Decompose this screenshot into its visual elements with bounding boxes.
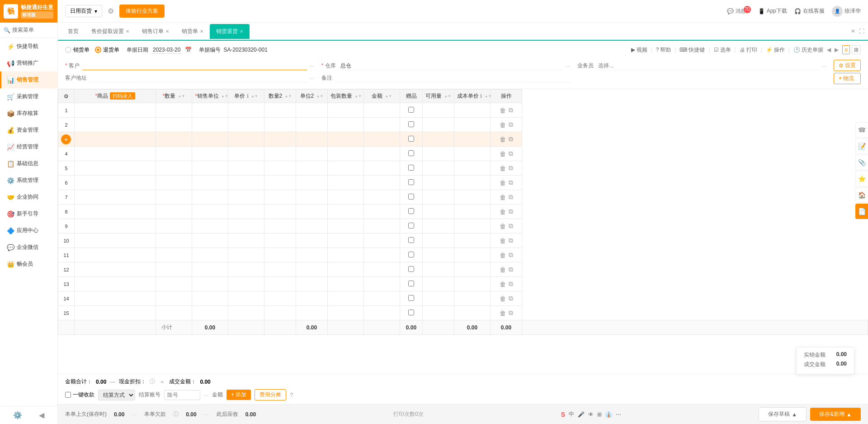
- product-cell[interactable]: [75, 103, 156, 118]
- delete-row-btn[interactable]: 🗑: [500, 150, 506, 157]
- product-cell[interactable]: [75, 205, 156, 219]
- price-cell[interactable]: [228, 291, 264, 306]
- unit-cell[interactable]: [192, 291, 228, 306]
- eye-icon[interactable]: 👁: [588, 411, 594, 418]
- col-settings-icon[interactable]: ⚙: [64, 93, 69, 100]
- save-draft-btn[interactable]: 保存草稿 ▲: [759, 407, 807, 421]
- amount-cell[interactable]: [364, 161, 400, 176]
- pkg-sort[interactable]: ▲▼: [354, 94, 362, 98]
- qty-cell[interactable]: [156, 277, 192, 291]
- copy-row-btn[interactable]: ⧉: [509, 251, 513, 259]
- copy-row-btn[interactable]: ⧉: [509, 208, 513, 215]
- product-cell[interactable]: [75, 161, 156, 176]
- amount-cell[interactable]: [364, 219, 400, 233]
- industry-selector[interactable]: 日用百货 ▾: [65, 5, 102, 17]
- cost-sort[interactable]: ▲▼: [485, 94, 492, 98]
- unit2-cell[interactable]: [296, 132, 328, 147]
- price-cell[interactable]: [228, 103, 264, 118]
- price-cell[interactable]: [228, 161, 264, 176]
- copy-row-btn[interactable]: ⧉: [509, 179, 513, 186]
- fenpei-btn[interactable]: 费用分摊: [255, 389, 286, 400]
- gift-cell[interactable]: [400, 306, 423, 320]
- amount-cell[interactable]: [364, 118, 400, 132]
- scan-input-btn[interactable]: 扫码录入: [110, 92, 135, 100]
- save-new-btn[interactable]: 保存&新增 ▲: [810, 408, 861, 421]
- delete-row-btn[interactable]: 🗑: [500, 208, 506, 215]
- delete-row-btn[interactable]: 🗑: [500, 266, 506, 273]
- copy-row-btn[interactable]: ⧉: [509, 164, 513, 172]
- address-more-btn[interactable]: ···: [310, 75, 314, 81]
- pkg-cell[interactable]: [328, 205, 364, 219]
- delete-row-btn[interactable]: 🗑: [500, 179, 506, 186]
- nav-next-icon[interactable]: ▶: [835, 47, 839, 53]
- cost-info-icon[interactable]: ℹ: [480, 93, 482, 99]
- qty2-cell[interactable]: [264, 248, 296, 262]
- gift-cell[interactable]: [400, 176, 423, 190]
- qty-cell[interactable]: [156, 233, 192, 248]
- tab-sales-delivery[interactable]: 销货单 ✕: [175, 24, 210, 39]
- unit-cell[interactable]: [192, 147, 228, 161]
- product-cell[interactable]: [75, 306, 156, 320]
- help-circle-icon[interactable]: ⓘ: [150, 378, 155, 386]
- close-tab-sales-return[interactable]: ✕: [240, 29, 243, 34]
- float-btn-phone[interactable]: ☎: [855, 122, 868, 138]
- trial-button[interactable]: 体验行业方案: [119, 5, 165, 18]
- unit-cell[interactable]: [192, 190, 228, 205]
- settings-btn[interactable]: ⚙ 设置: [834, 60, 861, 71]
- price-cell[interactable]: [228, 262, 264, 277]
- add-row-btn[interactable]: +: [61, 134, 71, 144]
- maximize-icon[interactable]: ⛶: [859, 28, 864, 34]
- unit2-cell[interactable]: [296, 205, 328, 219]
- unit2-cell[interactable]: [296, 118, 328, 132]
- qty2-cell[interactable]: [264, 306, 296, 320]
- price-cell[interactable]: [228, 190, 264, 205]
- gift-cell[interactable]: [400, 103, 423, 118]
- pkg-cell[interactable]: [328, 161, 364, 176]
- user-group[interactable]: 👤 徐泽华: [832, 6, 861, 17]
- date-value[interactable]: 2023-03-20: [151, 46, 182, 54]
- amount-cell[interactable]: [364, 147, 400, 161]
- product-cell[interactable]: [75, 262, 156, 277]
- copy-row-btn[interactable]: ⧉: [509, 222, 513, 230]
- pkg-cell[interactable]: [328, 248, 364, 262]
- action-help[interactable]: ? 帮助: [656, 46, 671, 54]
- gift-checkbox[interactable]: [408, 150, 414, 156]
- action-print[interactable]: 🖨 打印: [740, 46, 757, 54]
- gift-checkbox[interactable]: [408, 194, 414, 200]
- qty2-cell[interactable]: [264, 219, 296, 233]
- unit2-cell[interactable]: [296, 277, 328, 291]
- gift-checkbox[interactable]: [408, 121, 414, 127]
- gift-checkbox[interactable]: [408, 223, 414, 229]
- qty-cell[interactable]: [156, 219, 192, 233]
- sidebar-item-marketing[interactable]: 📢 营销推广: [0, 55, 57, 71]
- sidebar-search[interactable]: 🔍 搜索菜单: [0, 23, 57, 38]
- unit2-cell[interactable]: [296, 103, 328, 118]
- pkg-cell[interactable]: [328, 291, 364, 306]
- gift-cell[interactable]: [400, 248, 423, 262]
- amount-cell[interactable]: [364, 262, 400, 277]
- amount-cell[interactable]: [364, 291, 400, 306]
- product-cell[interactable]: [75, 219, 156, 233]
- unit2-cell[interactable]: [296, 176, 328, 190]
- float-btn-home[interactable]: 🏠: [855, 187, 868, 203]
- close-all-icon[interactable]: ✕: [851, 28, 855, 34]
- notification-group[interactable]: 💬 消息 70: [727, 8, 751, 14]
- amount-cell[interactable]: [364, 233, 400, 248]
- fenpei-help-icon[interactable]: ?: [290, 392, 293, 398]
- close-tab-sales-delivery[interactable]: ✕: [200, 29, 203, 34]
- settlement-method-select[interactable]: 结算方式: [98, 390, 135, 400]
- price-cell[interactable]: [228, 132, 264, 147]
- qty2-cell[interactable]: [264, 291, 296, 306]
- gift-cell[interactable]: [400, 190, 423, 205]
- product-cell[interactable]: [75, 190, 156, 205]
- settings-icon[interactable]: ⚙️: [13, 411, 22, 419]
- gift-checkbox[interactable]: [408, 179, 414, 185]
- delete-row-btn[interactable]: 🗑: [500, 252, 506, 259]
- qty2-cell[interactable]: [264, 103, 296, 118]
- qty2-cell[interactable]: [264, 147, 296, 161]
- gift-checkbox[interactable]: [408, 107, 414, 113]
- avail-sort[interactable]: ▲▼: [444, 94, 451, 98]
- sidebar-item-appcenter[interactable]: 🔷 应用中心: [0, 222, 57, 239]
- delete-row-btn[interactable]: 🗑: [500, 223, 506, 230]
- unit-cell[interactable]: [192, 205, 228, 219]
